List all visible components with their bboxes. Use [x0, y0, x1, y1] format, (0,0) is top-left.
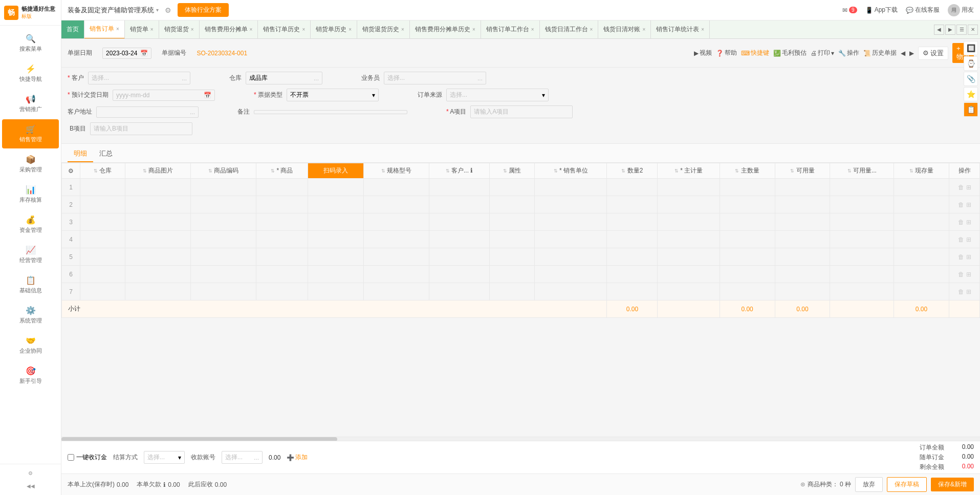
col-warehouse[interactable]: ⇅ 仓库 [80, 163, 125, 179]
sidebar-item-inventory[interactable]: 📊 库存核算 [2, 180, 59, 209]
table-cell[interactable] [607, 283, 658, 300]
save-draft-button[interactable]: 保存草稿 [887, 477, 927, 492]
table-cell[interactable] [830, 231, 894, 248]
col-available2[interactable]: ⇅ 可用量... [830, 163, 894, 179]
table-cell[interactable] [775, 248, 830, 266]
table-cell[interactable] [720, 248, 775, 266]
table-cell[interactable] [830, 248, 894, 266]
table-cell[interactable] [308, 231, 363, 248]
sidebar-item-sales[interactable]: 🛒 销售管理 [2, 119, 59, 148]
print-action[interactable]: 🖨 打印 ▾ [811, 49, 834, 57]
table-cell[interactable] [830, 266, 894, 283]
history-action[interactable]: 📜 历史单据 [863, 49, 897, 57]
table-cell[interactable] [80, 248, 125, 266]
table-cell[interactable] [607, 266, 658, 283]
table-cell[interactable] [894, 179, 949, 196]
row-copy-button[interactable]: ⊞ [966, 253, 971, 261]
table-cell[interactable] [607, 248, 658, 266]
col-code[interactable]: ⇅ 商品编码 [190, 163, 256, 179]
table-cell[interactable] [607, 231, 658, 248]
table-cell[interactable] [256, 231, 308, 248]
table-cell[interactable] [125, 231, 190, 248]
table-cell[interactable] [490, 196, 535, 213]
tab-summary[interactable]: 汇总 [93, 146, 119, 162]
table-cell[interactable] [256, 196, 308, 213]
table-cell[interactable] [775, 231, 830, 248]
user-item[interactable]: 用 用友 [948, 4, 974, 16]
table-cell[interactable] [190, 283, 256, 300]
col-customer[interactable]: ⇅ 客户... ℹ [429, 163, 490, 179]
tab-close-sales-single-history[interactable]: × [349, 27, 352, 32]
table-cell[interactable] [429, 248, 490, 266]
row-delete-button[interactable]: 🗑 [958, 236, 964, 243]
tab-sales-stat[interactable]: 销售订单统计表 × [651, 20, 710, 39]
staff-dots[interactable]: ... [477, 75, 483, 82]
order-source-field[interactable]: 选择... ▾ [446, 89, 549, 101]
tab-close-sales-stat[interactable]: × [701, 27, 704, 32]
table-cell[interactable] [490, 248, 535, 266]
tab-sales-expense-history[interactable]: 销售费用分摊单历史 × [410, 20, 481, 39]
tab-close-sales-order-history[interactable]: × [302, 27, 305, 32]
notes-field[interactable] [254, 110, 407, 114]
table-cell[interactable] [256, 248, 308, 266]
tab-sales-return[interactable]: 销货退货 × [159, 20, 200, 39]
table-cell[interactable] [256, 283, 308, 300]
table-cell[interactable] [363, 231, 429, 248]
table-cell[interactable] [830, 213, 894, 231]
table-cell[interactable] [308, 283, 363, 300]
view-action[interactable]: ▶ 视频 [694, 49, 712, 57]
table-cell[interactable] [80, 179, 125, 196]
tab-home[interactable]: 首页 [61, 20, 84, 39]
tab-close-sales-order[interactable]: × [116, 26, 119, 32]
help-action[interactable]: ❓ 帮助 [716, 49, 737, 57]
col-goods[interactable]: ⇅ * 商品 [256, 163, 308, 179]
table-cell[interactable] [658, 196, 720, 213]
table-cell[interactable] [490, 266, 535, 283]
col-qty2[interactable]: ⇅ 数量2 [607, 163, 658, 179]
table-cell[interactable] [535, 248, 607, 266]
table-cell[interactable] [607, 196, 658, 213]
tab-sales-single[interactable]: 销货单 × [125, 20, 159, 39]
ra-btn-1[interactable]: 🔲 [964, 41, 978, 55]
table-cell[interactable] [830, 196, 894, 213]
tab-close-sales-expense-history[interactable]: × [472, 27, 475, 32]
table-cell[interactable] [125, 283, 190, 300]
table-cell[interactable] [720, 266, 775, 283]
tab-detail[interactable]: 明细 [68, 146, 93, 162]
online-service-item[interactable]: 💬 在线客服 [906, 6, 940, 14]
table-cell[interactable] [256, 179, 308, 196]
tab-close-sales-return-history[interactable]: × [401, 27, 404, 32]
sidebar-item-basicinfo[interactable]: 📋 基础信息 [2, 270, 59, 299]
table-cell[interactable] [894, 231, 949, 248]
sidebar-settings[interactable]: ⚙ [26, 468, 35, 479]
table-cell[interactable] [535, 213, 607, 231]
table-cell[interactable] [308, 213, 363, 231]
tab-sales-workbench[interactable]: 销售订单工作台 × [481, 20, 540, 39]
table-cell[interactable] [190, 196, 256, 213]
col-main-unit[interactable]: ⇅ * 主计量 [658, 163, 720, 179]
tab-close-daily-workbench[interactable]: × [590, 27, 593, 32]
row-delete-button[interactable]: 🗑 [958, 288, 964, 295]
table-cell[interactable] [429, 231, 490, 248]
customer-dots[interactable]: ... [182, 75, 187, 82]
row-delete-button[interactable]: 🗑 [958, 219, 964, 226]
row-delete-button[interactable]: 🗑 [958, 271, 964, 278]
sidebar-item-finance[interactable]: 💰 资金管理 [2, 210, 59, 239]
profit-action[interactable]: 💹 毛利预估 [773, 49, 807, 57]
table-cell[interactable] [720, 179, 775, 196]
date-field[interactable]: 2023-03-24 📅 [102, 48, 151, 59]
invoice-field[interactable]: 不开票 ▾ [287, 89, 379, 101]
table-cell[interactable] [190, 231, 256, 248]
tab-close-daily-reconcile[interactable]: × [642, 27, 645, 32]
tab-next-button[interactable]: ▶ [945, 25, 955, 35]
discard-button[interactable]: 放弃 [855, 477, 883, 492]
tab-sales-expense[interactable]: 销售费用分摊单 × [200, 20, 258, 39]
ra-btn-5[interactable]: 📋 [964, 102, 978, 117]
table-cell[interactable] [490, 231, 535, 248]
table-cell[interactable] [658, 283, 720, 300]
row-copy-button[interactable]: ⊞ [966, 236, 971, 243]
one-click-label[interactable]: 一键收订金 [68, 453, 107, 462]
table-cell[interactable] [190, 248, 256, 266]
table-cell[interactable] [125, 179, 190, 196]
table-cell[interactable] [429, 213, 490, 231]
